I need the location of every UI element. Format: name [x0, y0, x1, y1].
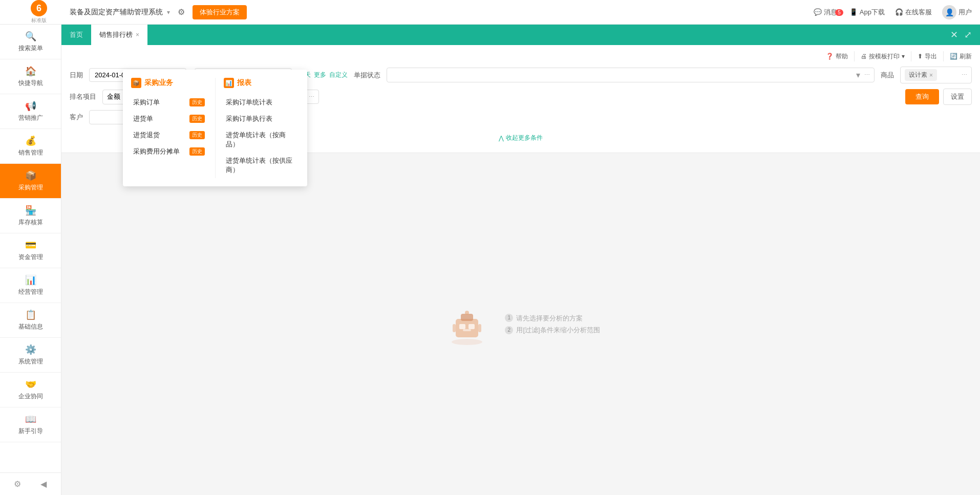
- sidebar-item-operation[interactable]: 📊 经营管理: [0, 268, 61, 303]
- dropdown-item-expense-label: 采购费用分摊单: [133, 147, 180, 156]
- sidebar-item-quicknav[interactable]: 🏠 快捷导航: [0, 59, 61, 94]
- tab-sales-rank[interactable]: 销售排行榜 ×: [91, 25, 147, 45]
- dropdown-item-incoming[interactable]: 进货单 历史: [131, 111, 207, 127]
- svg-rect-2: [459, 324, 465, 329]
- export-label: 导出: [925, 52, 937, 61]
- refresh-btn[interactable]: 🔄 刷新: [950, 52, 972, 61]
- sidebar-item-basic[interactable]: 📋 基础信息: [0, 303, 61, 338]
- dropdown-divider: [215, 78, 216, 178]
- sidebar-settings-btn[interactable]: ⚙: [6, 479, 29, 489]
- status-dropdown-icon[interactable]: ▾: [856, 70, 860, 80]
- user-btn[interactable]: 👤 用户: [942, 5, 972, 19]
- help-label: 帮助: [836, 52, 848, 61]
- sidebar-item-marketing[interactable]: 📢 营销推广: [0, 94, 61, 129]
- dropdown-col-purchase: 📦 采购业务 采购订单 历史 进货单 历史 进货退货 历史 采购费用分摊单: [131, 78, 207, 178]
- svg-rect-4: [463, 329, 471, 331]
- sidebar-item-system[interactable]: ⚙️ 系统管理: [0, 338, 61, 373]
- collapse-label: 收起更多条件: [506, 134, 543, 142]
- staff-more-icon[interactable]: ⋯: [309, 94, 314, 100]
- industry-btn[interactable]: 体验行业方案: [193, 5, 247, 19]
- online-service-label: 在线客服: [905, 8, 932, 17]
- date-link-more[interactable]: 更多: [314, 71, 326, 79]
- system-settings-icon[interactable]: ⚙: [174, 5, 188, 19]
- search-btn[interactable]: 查询: [905, 89, 939, 104]
- print-btn[interactable]: 🖨 按模板打印 ▾: [861, 52, 905, 61]
- phone-icon: 📱: [849, 8, 858, 16]
- empty-state: 1 请先选择要分析的方案 2 用[过滤]条件来缩小分析范围: [61, 153, 980, 495]
- collab-icon: 🤝: [25, 379, 36, 390]
- top-bar: 6 标准版 装备及固定资产辅助管理系统 ▾ ⚙ 体验行业方案 💬 消息 5 📱 …: [0, 0, 980, 25]
- goods-tag-close-icon[interactable]: ×: [929, 72, 933, 79]
- dropdown-item-return-label: 进货退货: [133, 131, 160, 140]
- messages-btn[interactable]: 💬 消息 5: [814, 8, 839, 17]
- empty-illustration: [441, 298, 493, 350]
- toolbar-divider-3: [943, 51, 944, 61]
- user-avatar: 👤: [942, 5, 956, 19]
- sidebar-label-system: 系统管理: [18, 357, 43, 366]
- sidebar-label-search: 搜索菜单: [18, 44, 43, 53]
- sidebar-item-guide[interactable]: 📖 新手引导: [0, 407, 61, 442]
- system-icon: ⚙️: [25, 344, 36, 355]
- marketing-icon: 📢: [25, 100, 36, 112]
- setting-btn[interactable]: 设置: [943, 89, 972, 105]
- dropdown-item-incoming-badge: 历史: [189, 115, 205, 123]
- goods-label: 商品: [881, 71, 894, 80]
- sidebar-item-sales[interactable]: 💰 销售管理: [0, 129, 61, 164]
- dropdown-item-purchase-order[interactable]: 采购订单 历史: [131, 94, 207, 111]
- svg-rect-5: [461, 314, 473, 321]
- dropdown-item-incoming-supplier-stat[interactable]: 进货单统计表（按供应商）: [224, 153, 300, 178]
- help-icon: ❓: [826, 53, 834, 60]
- svg-point-0: [452, 339, 482, 345]
- headset-icon: 🎧: [895, 8, 903, 16]
- sidebar-item-collab[interactable]: 🤝 企业协同: [0, 373, 61, 407]
- dropdown-item-incoming-goods-stat[interactable]: 进货单统计表（按商品）: [224, 127, 300, 153]
- toolbar-row: ❓ 帮助 🖨 按模板打印 ▾ ⬆ 导出: [70, 51, 972, 61]
- home-icon: 🏠: [25, 66, 36, 77]
- system-dropdown-arrow[interactable]: ▾: [167, 9, 170, 16]
- sales-icon: 💰: [25, 135, 36, 146]
- empty-row-2: 2 用[过滤]条件来缩小分析范围: [505, 324, 600, 336]
- top-bar-right: 💬 消息 5 📱 App下载 🎧 在线客服 👤 用户: [814, 5, 972, 19]
- dropdown-item-return[interactable]: 进货退货 历史: [131, 127, 207, 143]
- sidebar-item-finance[interactable]: 💳 资金管理: [0, 233, 61, 268]
- dropdown-col1-title: 📦 采购业务: [131, 78, 207, 88]
- sidebar-item-purchase[interactable]: 📦 采购管理: [0, 164, 61, 199]
- date-label: 日期: [70, 71, 83, 80]
- dropdown-item-purchase-stat-label: 采购订单统计表: [226, 98, 272, 107]
- print-dropdown-icon[interactable]: ▾: [902, 53, 905, 60]
- tab-maximize-btn[interactable]: ⤢: [964, 29, 972, 40]
- dropdown-item-expense[interactable]: 采购费用分摊单 历史: [131, 143, 207, 160]
- system-title: 装备及固定资产辅助管理系统: [70, 8, 163, 17]
- status-placeholder: [391, 71, 398, 80]
- sidebar-label-sales: 销售管理: [18, 148, 43, 157]
- search-icon: 🔍: [25, 31, 36, 42]
- main-layout: 🔍 搜索菜单 🏠 快捷导航 📢 营销推广 💰 销售管理 📦 采购管理 🏪 库存核…: [0, 25, 980, 495]
- export-btn[interactable]: ⬆ 导出: [918, 52, 937, 61]
- online-service-btn[interactable]: 🎧 在线客服: [895, 8, 932, 17]
- dropdown-item-purchase-stat[interactable]: 采购订单统计表: [224, 94, 300, 111]
- sidebar-label-marketing: 营销推广: [18, 114, 43, 122]
- dropdown-item-purchase-exec[interactable]: 采购订单执行表: [224, 111, 300, 127]
- rank-item-label: 排名项目: [70, 92, 96, 101]
- svg-rect-8: [478, 324, 481, 332]
- dropdown-item-purchase-order-label: 采购订单: [133, 98, 160, 107]
- message-badge: 5: [835, 9, 843, 16]
- app-download-btn[interactable]: 📱 App下载: [849, 8, 885, 17]
- print-label: 按模板打印: [869, 52, 900, 61]
- tab-close-window-btn[interactable]: ✕: [950, 29, 958, 40]
- tab-bar: 首页 销售排行榜 × ✕ ⤢: [61, 25, 980, 45]
- status-more-icon[interactable]: ⋯: [864, 72, 870, 78]
- dropdown-item-incoming-goods-stat-label: 进货单统计表（按商品）: [226, 131, 297, 149]
- tab-home[interactable]: 首页: [61, 25, 91, 45]
- goods-more-icon[interactable]: ⋯: [962, 72, 967, 78]
- dropdown-item-expense-badge: 历史: [189, 147, 205, 156]
- help-btn[interactable]: ❓ 帮助: [826, 52, 848, 61]
- sidebar-item-search[interactable]: 🔍 搜索菜单: [0, 25, 61, 59]
- dropdown-item-return-badge: 历史: [189, 131, 205, 139]
- tab-close-icon[interactable]: ×: [136, 31, 139, 38]
- sidebar-collapse-btn[interactable]: ◀: [33, 479, 55, 489]
- date-link-custom[interactable]: 自定义: [329, 71, 348, 79]
- goods-tag-text: 设计素: [909, 71, 927, 79]
- sidebar-item-inventory[interactable]: 🏪 库存核算: [0, 199, 61, 233]
- finance-icon: 💳: [25, 240, 36, 251]
